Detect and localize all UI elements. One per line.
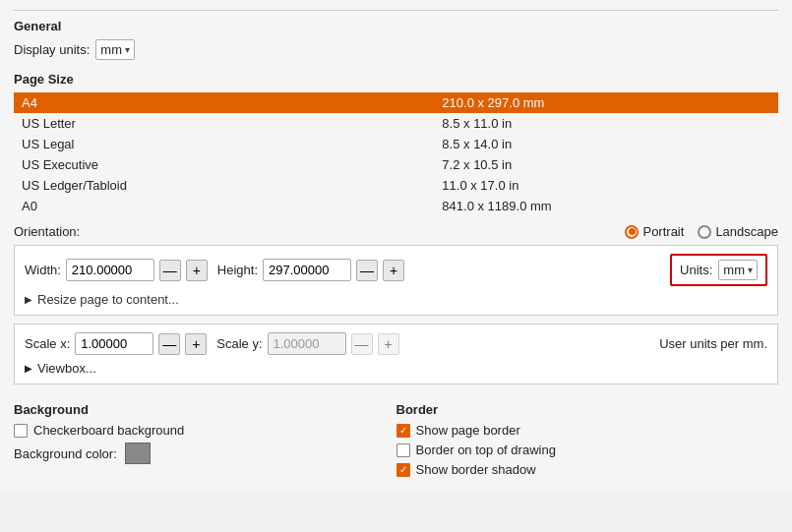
custom-size-section: Width: — + Height: — + Units: mm ▾ <box>14 245 778 316</box>
page-size-row[interactable]: US Executive 7.2 x 10.5 in <box>14 154 778 175</box>
display-units-select[interactable]: mm ▾ <box>95 39 135 60</box>
scale-y-group: Scale y: — + <box>216 332 398 355</box>
page-size-row[interactable]: A4 210.0 x 297.0 mm <box>14 92 778 113</box>
height-minus-button[interactable]: — <box>356 260 378 281</box>
scale-x-label: Scale x: <box>25 336 70 351</box>
page-size-row[interactable]: US Letter 8.5 x 11.0 in <box>14 113 778 134</box>
landscape-option[interactable]: Landscape <box>698 224 778 239</box>
show-shadow-label: Show border shadow <box>416 462 536 477</box>
page-size-row[interactable]: A0 841.0 x 1189.0 mm <box>14 196 778 216</box>
portrait-option[interactable]: Portrait <box>625 224 684 239</box>
page-size-dimensions: 841.0 x 1189.0 mm <box>434 196 778 216</box>
height-group: Height: — + <box>217 259 404 281</box>
show-border-checkbox[interactable] <box>396 424 410 438</box>
border-on-top-label: Border on top of drawing <box>416 443 556 457</box>
show-border-row[interactable]: Show page border <box>396 423 779 438</box>
bg-color-row: Background color: <box>14 443 396 464</box>
show-border-label: Show page border <box>416 423 520 438</box>
resize-label: Resize page to content... <box>37 292 179 307</box>
background-section: Background Checkerboard background Backg… <box>14 394 396 482</box>
page-size-name: US Executive <box>14 154 434 175</box>
page-size-name: US Ledger/Tabloid <box>14 175 434 196</box>
orientation-label: Orientation: <box>14 224 80 239</box>
page-size-name: US Letter <box>14 113 434 134</box>
resize-triangle-icon: ▶ <box>25 294 32 305</box>
page-size-section-title: Page Size <box>14 72 778 87</box>
orientation-row: Orientation: Portrait Landscape <box>14 224 778 239</box>
display-units-label: Display units: <box>14 42 90 57</box>
units-value: mm <box>723 263 745 277</box>
landscape-radio[interactable] <box>698 225 711 239</box>
bg-color-swatch[interactable] <box>125 443 151 464</box>
viewbox-row[interactable]: ▶ Viewbox... <box>25 361 767 376</box>
general-section-title: General <box>14 19 778 33</box>
scale-section: Scale x: — + Scale y: — + User units per… <box>14 324 778 384</box>
page-size-dimensions: 210.0 x 297.0 mm <box>434 92 778 113</box>
height-input[interactable] <box>263 259 351 281</box>
units-arrow-icon: ▾ <box>748 265 753 275</box>
scale-x-minus-button[interactable]: — <box>158 333 180 355</box>
border-on-top-row[interactable]: Border on top of drawing <box>396 443 779 457</box>
page-size-name: US Legal <box>14 134 434 154</box>
page-size-row[interactable]: US Ledger/Tabloid 11.0 x 17.0 in <box>14 175 778 196</box>
scale-row: Scale x: — + Scale y: — + User units per… <box>25 332 767 355</box>
width-label: Width: <box>25 263 61 277</box>
user-units-label: User units per mm. <box>659 336 767 351</box>
viewbox-label: Viewbox... <box>37 361 96 376</box>
page-size-dimensions: 8.5 x 14.0 in <box>434 134 778 154</box>
bg-color-label: Background color: <box>14 446 117 461</box>
checkerboard-row[interactable]: Checkerboard background <box>14 423 396 438</box>
width-plus-button[interactable]: + <box>186 260 208 281</box>
background-title: Background <box>14 402 396 417</box>
portrait-label: Portrait <box>642 224 684 239</box>
portrait-radio[interactable] <box>625 225 639 239</box>
units-select[interactable]: mm ▾ <box>718 260 758 280</box>
units-label: Units: <box>680 263 712 277</box>
custom-size-row: Width: — + Height: — + Units: mm ▾ <box>25 254 767 286</box>
scale-x-plus-button[interactable]: + <box>185 333 207 355</box>
landscape-label: Landscape <box>715 224 778 239</box>
show-shadow-row[interactable]: Show border shadow <box>396 462 779 477</box>
page-size-dimensions: 11.0 x 17.0 in <box>434 175 778 196</box>
page-size-name: A0 <box>14 196 434 216</box>
scale-x-input[interactable] <box>75 332 153 355</box>
border-on-top-checkbox[interactable] <box>396 443 410 457</box>
viewbox-triangle-icon: ▶ <box>25 363 32 374</box>
display-units-arrow-icon: ▾ <box>125 44 130 55</box>
page-size-dimensions: 8.5 x 11.0 in <box>434 113 778 134</box>
scale-y-input[interactable] <box>268 332 346 355</box>
border-section: Border Show page border Border on top of… <box>396 394 779 482</box>
bottom-row: Background Checkerboard background Backg… <box>14 394 778 482</box>
width-group: Width: — + <box>25 259 208 281</box>
scale-y-plus-button[interactable]: + <box>378 333 399 355</box>
checkerboard-label: Checkerboard background <box>33 423 184 438</box>
page-size-table: A4 210.0 x 297.0 mm US Letter 8.5 x 11.0… <box>14 92 778 216</box>
page-size-name: A4 <box>14 92 434 113</box>
scale-y-label: Scale y: <box>216 336 262 351</box>
width-input[interactable] <box>66 259 154 281</box>
checkerboard-checkbox[interactable] <box>14 424 28 438</box>
width-minus-button[interactable]: — <box>159 260 181 281</box>
height-plus-button[interactable]: + <box>383 260 404 281</box>
scale-x-group: Scale x: — + <box>25 332 207 355</box>
page-size-row[interactable]: US Legal 8.5 x 14.0 in <box>14 134 778 154</box>
units-group: Units: mm ▾ <box>670 254 767 286</box>
display-units-value: mm <box>100 42 122 57</box>
resize-page-row[interactable]: ▶ Resize page to content... <box>25 292 767 307</box>
show-shadow-checkbox[interactable] <box>396 463 410 477</box>
height-label: Height: <box>217 263 258 277</box>
page-size-dimensions: 7.2 x 10.5 in <box>434 154 778 175</box>
scale-y-minus-button[interactable]: — <box>351 333 373 355</box>
border-title: Border <box>396 402 779 417</box>
